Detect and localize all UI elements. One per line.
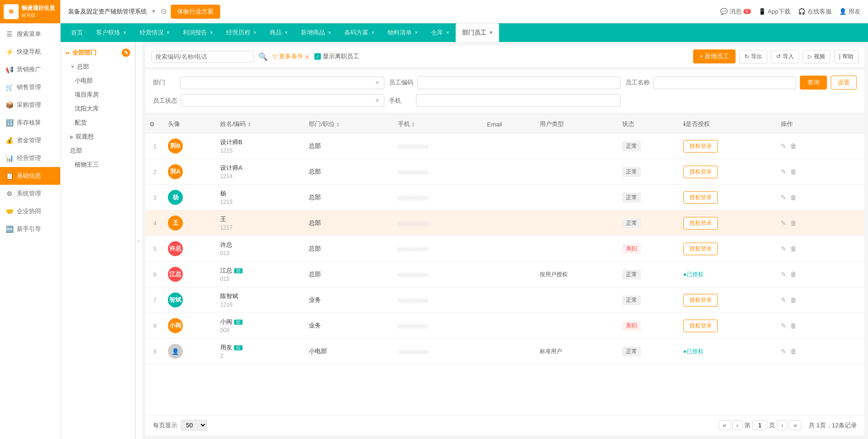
page-size-select[interactable]: 20 50 100 <box>181 420 207 431</box>
close-icon[interactable]: × <box>167 29 170 36</box>
import-button[interactable]: ↺ 导入 <box>771 50 799 63</box>
col-settings[interactable]: ⚙ <box>146 115 164 133</box>
dept-item-xiaodian[interactable]: 小电部 <box>61 74 135 88</box>
app-download-button[interactable]: 📱 App下载 <box>758 7 791 16</box>
delete-button[interactable]: 🗑 <box>790 194 797 201</box>
set-button[interactable]: 设置 <box>831 76 857 90</box>
trial-button[interactable]: 体验行业方案 <box>171 5 220 19</box>
tab-barcode[interactable]: 条码方案 × <box>338 23 381 42</box>
auth-login-button[interactable]: 授权登录 <box>683 243 718 255</box>
search-button[interactable]: 🔍 <box>258 52 268 61</box>
sidebar-item-purchase[interactable]: 📦 采购管理 <box>0 96 60 114</box>
tab-business[interactable]: 经营情况 × <box>133 23 176 42</box>
edit-button[interactable]: ✎ <box>781 245 786 252</box>
sidebar-item-system[interactable]: ⚙ 系统管理 <box>0 185 60 202</box>
auth-login-button[interactable]: 授权登录 <box>683 140 718 153</box>
dept-item-zhuwangsan[interactable]: 植物王三 <box>61 158 135 172</box>
sidebar-item-sales[interactable]: 🛒 销售管理 <box>0 78 60 96</box>
edit-button[interactable]: ✎ <box>781 142 786 150</box>
close-icon[interactable]: × <box>285 29 288 36</box>
tab-profit[interactable]: 利润报告 × <box>176 23 220 42</box>
dept-item-peihuo[interactable]: 配货 <box>61 116 135 130</box>
sidebar-item-guide[interactable]: 🆕 新手引导 <box>0 220 60 238</box>
edit-button[interactable]: ✎ <box>781 168 786 175</box>
tab-staff[interactable]: 部门员工 × <box>456 23 499 42</box>
delete-button[interactable]: 🗑 <box>790 296 797 304</box>
sidebar-item-marketing[interactable]: 📢 营销推广 <box>0 61 60 78</box>
delete-button[interactable]: 🗑 <box>790 271 797 278</box>
delete-button[interactable]: 🗑 <box>790 142 797 150</box>
tab-warehouse[interactable]: 仓库 × <box>424 23 456 42</box>
dept-item-shenyang[interactable]: 沈阳大库 <box>61 102 135 116</box>
chevron-down-icon[interactable]: ▼ <box>151 8 157 15</box>
emp-status-select[interactable]: ▼ <box>181 94 384 107</box>
online-service-button[interactable]: 🎧 在线客服 <box>798 7 832 16</box>
col-dept[interactable]: 部门/职位 ↕ <box>305 115 394 133</box>
message-button[interactable]: 💬 消息 6 <box>720 7 751 16</box>
page-number-input[interactable] <box>752 420 767 430</box>
dept-item-zongbu-group[interactable]: ▼ 总部 <box>61 60 135 74</box>
export-button[interactable]: ↻ 导出 <box>739 50 767 63</box>
last-page-button[interactable]: » <box>789 420 801 430</box>
next-page-button[interactable]: › <box>777 420 787 430</box>
col-phone[interactable]: 手机 ↕ <box>394 115 483 133</box>
auth-login-button[interactable]: 授权登录 <box>683 166 718 178</box>
col-name[interactable]: 姓名/编码 ↕ <box>216 115 306 133</box>
delete-button[interactable]: 🗑 <box>790 219 797 227</box>
prev-page-button[interactable]: ‹ <box>732 420 743 430</box>
sidebar-item-inventory[interactable]: 🔢 库存核算 <box>0 114 60 132</box>
help-button[interactable]: | 帮助 <box>834 50 859 63</box>
delete-button[interactable]: 🗑 <box>790 322 797 329</box>
query-button[interactable]: 查询 <box>800 76 827 90</box>
close-icon[interactable]: × <box>210 29 213 36</box>
dept-item-zongbu2[interactable]: 总部 <box>61 144 135 158</box>
sidebar-item-search[interactable]: ☰ 搜索菜单 <box>0 25 60 43</box>
edit-button[interactable]: ✎ <box>781 296 786 304</box>
close-icon[interactable]: × <box>123 29 126 36</box>
search-input[interactable] <box>151 51 254 63</box>
tab-new-goods[interactable]: 新增商品 × <box>294 23 338 42</box>
edit-button[interactable]: ✎ <box>781 322 786 329</box>
tab-customer[interactable]: 客户联络 × <box>90 23 133 42</box>
left-panel-toggle[interactable]: ‹ <box>135 42 142 439</box>
edit-button[interactable]: ✎ <box>781 271 786 278</box>
close-icon[interactable]: × <box>489 29 493 36</box>
auth-login-button[interactable]: 授权登录 <box>683 320 718 332</box>
close-icon[interactable]: × <box>371 29 375 36</box>
close-icon[interactable]: × <box>253 29 257 36</box>
sidebar-item-collab[interactable]: 🤝 企业协同 <box>0 202 60 220</box>
edit-button[interactable]: ✎ <box>781 194 786 201</box>
emp-code-input[interactable] <box>417 77 620 89</box>
sidebar-item-operations[interactable]: 📊 经营管理 <box>0 149 60 167</box>
user-menu-button[interactable]: 👤 用友 <box>839 7 861 16</box>
sidebar-item-basic[interactable]: 📋 基础信息 <box>0 167 60 185</box>
phone-input[interactable] <box>416 94 620 107</box>
dept-item-xiangmu[interactable]: 项目库房 <box>61 88 135 102</box>
close-icon[interactable]: × <box>415 29 418 36</box>
first-page-button[interactable]: « <box>719 420 730 430</box>
auth-login-button[interactable]: 授权登录 <box>683 294 718 307</box>
delete-button[interactable]: 🗑 <box>790 168 797 175</box>
tab-home[interactable]: 首页 <box>64 23 90 42</box>
delete-button[interactable]: 🗑 <box>790 348 797 355</box>
dept-select[interactable]: ▼ <box>180 77 384 89</box>
tab-material[interactable]: 物料清单 × <box>381 23 424 42</box>
emp-name-input[interactable] <box>653 77 796 89</box>
settings-icon[interactable]: ⚙ <box>160 7 167 16</box>
sidebar-item-shortcut[interactable]: ⚡ 快捷导航 <box>0 43 60 61</box>
edit-button[interactable]: ✎ <box>781 348 786 355</box>
auth-login-button[interactable]: 授权登录 <box>683 191 718 204</box>
edit-button[interactable]: ✎ <box>781 219 786 227</box>
show-resigned-checkbox[interactable]: ✓ 显示离职员工 <box>314 52 359 61</box>
add-employee-button[interactable]: + 新增员工 <box>693 49 736 63</box>
dept-edit-icon[interactable]: ✎ <box>122 49 130 57</box>
more-filter-button[interactable]: ▽ 更多条件 ∧ <box>272 52 310 61</box>
dept-item-shuangmeng[interactable]: ▶ 双鹿想 <box>61 130 135 144</box>
auth-login-button[interactable]: 授权登录 <box>683 217 718 230</box>
tab-process[interactable]: 经营历程 × <box>220 23 263 42</box>
sidebar-item-finance[interactable]: 💰 资金管理 <box>0 132 60 149</box>
close-icon[interactable]: × <box>446 29 449 36</box>
view-button[interactable]: ▷ 视频 <box>803 50 830 63</box>
tab-goods[interactable]: 商品 × <box>263 23 294 42</box>
close-icon[interactable]: × <box>328 29 331 36</box>
